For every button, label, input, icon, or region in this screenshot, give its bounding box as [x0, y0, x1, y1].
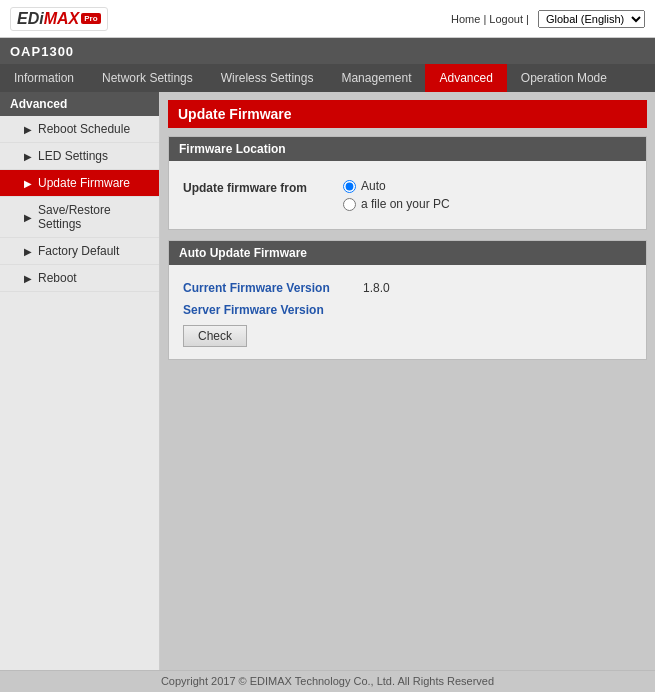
sidebar-label-factory-default: Factory Default [38, 244, 119, 258]
device-name: OAP1300 [10, 44, 74, 59]
sidebar-item-reboot[interactable]: ▶ Reboot [0, 265, 159, 292]
sidebar-item-factory-default[interactable]: ▶ Factory Default [0, 238, 159, 265]
arrow-icon: ▶ [24, 212, 32, 223]
header-right: Home | Logout | Global (English) [451, 10, 645, 28]
logo: EDiMAX Pro [10, 7, 108, 31]
sidebar-label-update-firmware: Update Firmware [38, 176, 130, 190]
check-button[interactable]: Check [183, 325, 247, 347]
header: EDiMAX Pro Home | Logout | Global (Engli… [0, 0, 655, 38]
sidebar-item-update-firmware[interactable]: ▶ Update Firmware [0, 170, 159, 197]
footer-text: Copyright 2017 © EDIMAX Technology Co., … [161, 675, 494, 687]
logo-pro-badge: Pro [81, 13, 100, 24]
separator2: | [526, 13, 532, 25]
nav-management[interactable]: Management [327, 64, 425, 92]
auto-update-body: Current Firmware Version 1.8.0 Server Fi… [169, 265, 646, 359]
sidebar-item-led-settings[interactable]: ▶ LED Settings [0, 143, 159, 170]
nav-network-settings[interactable]: Network Settings [88, 64, 207, 92]
sidebar-label-reboot-schedule: Reboot Schedule [38, 122, 130, 136]
nav-operation-mode[interactable]: Operation Mode [507, 64, 621, 92]
arrow-icon: ▶ [24, 124, 32, 135]
server-firmware-row: Server Firmware Version [183, 299, 632, 321]
home-link[interactable]: Home [451, 13, 480, 25]
auto-update-section: Auto Update Firmware Current Firmware Ve… [168, 240, 647, 360]
auto-update-header: Auto Update Firmware [169, 241, 646, 265]
arrow-icon: ▶ [24, 273, 32, 284]
radio-auto[interactable] [343, 180, 356, 193]
server-firmware-label: Server Firmware Version [183, 303, 363, 317]
firmware-from-row: Update firmware from Auto a file on your… [183, 173, 632, 217]
radio-pc-text: a file on your PC [361, 197, 450, 211]
firmware-from-control: Auto a file on your PC [343, 179, 632, 211]
current-firmware-value: 1.8.0 [363, 281, 390, 295]
logo-text: EDiMAX [17, 10, 79, 28]
footer: Copyright 2017 © EDIMAX Technology Co., … [0, 670, 655, 692]
main-content: Update Firmware Firmware Location Update… [160, 92, 655, 670]
content-wrapper: Advanced ▶ Reboot Schedule ▶ LED Setting… [0, 92, 655, 670]
sidebar-item-reboot-schedule[interactable]: ▶ Reboot Schedule [0, 116, 159, 143]
current-firmware-row: Current Firmware Version 1.8.0 [183, 277, 632, 299]
logout-link[interactable]: Logout [489, 13, 523, 25]
radio-pc-label[interactable]: a file on your PC [343, 197, 632, 211]
nav-wireless-settings[interactable]: Wireless Settings [207, 64, 328, 92]
arrow-icon: ▶ [24, 151, 32, 162]
radio-group-firmware: Auto a file on your PC [343, 179, 632, 211]
current-firmware-label: Current Firmware Version [183, 281, 363, 295]
language-select[interactable]: Global (English) [538, 10, 645, 28]
arrow-icon: ▶ [24, 246, 32, 257]
sidebar-label-reboot: Reboot [38, 271, 77, 285]
sidebar-label-save-restore: Save/Restore Settings [38, 203, 149, 231]
nav-information[interactable]: Information [0, 64, 88, 92]
nav-advanced[interactable]: Advanced [425, 64, 506, 92]
sidebar: Advanced ▶ Reboot Schedule ▶ LED Setting… [0, 92, 160, 670]
logo-edi: EDi [17, 10, 44, 27]
page-title: Update Firmware [168, 100, 647, 128]
firmware-location-header: Firmware Location [169, 137, 646, 161]
sidebar-label-led-settings: LED Settings [38, 149, 108, 163]
firmware-from-label: Update firmware from [183, 179, 343, 195]
main-nav: Information Network Settings Wireless Se… [0, 64, 655, 92]
firmware-location-section: Firmware Location Update firmware from A… [168, 136, 647, 230]
radio-auto-text: Auto [361, 179, 386, 193]
radio-auto-label[interactable]: Auto [343, 179, 632, 193]
sidebar-title: Advanced [0, 92, 159, 116]
radio-pc[interactable] [343, 198, 356, 211]
device-bar: OAP1300 [0, 38, 655, 64]
logo-imax: MAX [44, 10, 80, 27]
arrow-icon: ▶ [24, 178, 32, 189]
sidebar-item-save-restore[interactable]: ▶ Save/Restore Settings [0, 197, 159, 238]
firmware-location-body: Update firmware from Auto a file on your… [169, 161, 646, 229]
